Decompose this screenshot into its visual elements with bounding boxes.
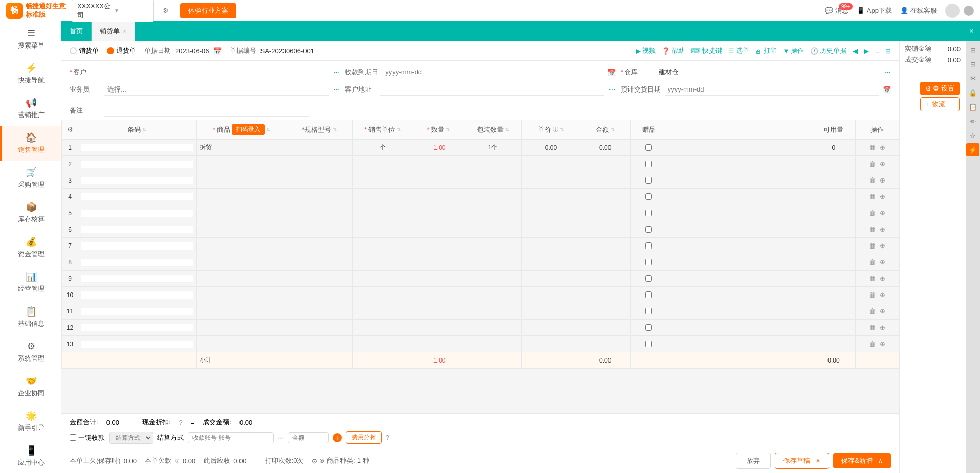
side-panel-2[interactable]: ⊟: [966, 57, 979, 71]
copy-row-button[interactable]: ⊕: [880, 226, 885, 233]
copy-row-button[interactable]: ⊕: [880, 193, 885, 200]
app-download-button[interactable]: 📱 App下载: [857, 6, 892, 15]
customer-dots-button[interactable]: ···: [333, 67, 340, 77]
copy-row-button[interactable]: ⊕: [880, 275, 885, 282]
barcode-input[interactable]: [81, 177, 193, 184]
next-record-button[interactable]: ▶: [864, 47, 869, 55]
save-new-button[interactable]: 保存&新增 ∧: [833, 453, 891, 468]
print-button[interactable]: 🖨 打印: [755, 46, 777, 55]
dots-account[interactable]: ···: [278, 434, 284, 441]
cell-gift[interactable]: [630, 238, 667, 254]
cell-barcode[interactable]: [78, 238, 197, 254]
cell-barcode[interactable]: [78, 140, 197, 156]
gift-checkbox[interactable]: [645, 144, 652, 151]
barcode-input[interactable]: [81, 275, 193, 282]
cell-barcode[interactable]: [78, 271, 197, 287]
copy-row-button[interactable]: ⊕: [880, 209, 885, 217]
discount-question-icon[interactable]: ?: [179, 419, 183, 426]
account-input[interactable]: [188, 432, 274, 443]
delete-row-button[interactable]: 🗑: [869, 242, 876, 250]
barcode-input[interactable]: [81, 242, 193, 250]
barcode-input[interactable]: [81, 291, 193, 299]
sidebar-item-basic[interactable]: 📋 基础信息: [0, 300, 61, 334]
abandon-button[interactable]: 放弃: [736, 453, 771, 469]
delete-row-button[interactable]: 🗑: [869, 275, 876, 282]
online-service-button[interactable]: 👤 在线客服: [900, 6, 937, 15]
barcode-input[interactable]: [81, 210, 193, 217]
copy-row-button[interactable]: ⊕: [880, 144, 885, 151]
gift-checkbox[interactable]: [645, 226, 652, 233]
calendar-icon[interactable]: 📅: [213, 47, 222, 55]
gift-checkbox[interactable]: [645, 259, 652, 265]
barcode-input[interactable]: [81, 161, 193, 168]
prev-record-button[interactable]: ◀: [853, 47, 858, 55]
list-view-button[interactable]: ≡: [875, 47, 879, 55]
sidebar-item-appstore[interactable]: 📱 应用中心: [0, 439, 61, 473]
cell-barcode[interactable]: [78, 320, 197, 336]
warehouse-dots-button[interactable]: ···: [884, 67, 891, 77]
delete-row-button[interactable]: 🗑: [869, 307, 876, 315]
cell-gift[interactable]: [630, 254, 667, 271]
copy-row-button[interactable]: ⊕: [880, 307, 885, 315]
tab-home[interactable]: 首页: [61, 21, 92, 41]
delete-row-button[interactable]: 🗑: [869, 324, 876, 331]
gift-checkbox[interactable]: [645, 291, 652, 298]
message-button[interactable]: 💬 消息 99+: [825, 6, 848, 15]
barcode-input[interactable]: [81, 341, 193, 348]
cell-gift[interactable]: [630, 271, 667, 287]
cell-gift[interactable]: [630, 303, 667, 320]
payment-method-select[interactable]: 结算方式: [109, 432, 153, 444]
delete-row-button[interactable]: 🗑: [869, 291, 876, 299]
payment-amount-input[interactable]: [288, 432, 329, 443]
copy-row-button[interactable]: ⊕: [880, 160, 885, 168]
scan-button[interactable]: 扫码录入: [232, 124, 265, 135]
sidebar-item-sales[interactable]: 🏠 销售管理: [0, 126, 61, 161]
select-bill-button[interactable]: ☰ 选单: [728, 46, 749, 55]
salesperson-input[interactable]: [104, 83, 329, 96]
company-selector[interactable]: XXXXXX公司 ▼: [72, 0, 154, 22]
add-payment-button[interactable]: +: [333, 433, 342, 442]
cell-barcode[interactable]: [78, 336, 197, 352]
operate-button[interactable]: ▼ 操作: [783, 46, 804, 55]
gift-checkbox[interactable]: [645, 242, 652, 249]
cell-gift[interactable]: [630, 221, 667, 238]
barcode-input[interactable]: [81, 144, 193, 151]
cell-barcode[interactable]: [78, 189, 197, 205]
sidebar-item-operations[interactable]: 📊 经营管理: [0, 265, 61, 300]
settings-button[interactable]: ⚙: [158, 3, 174, 19]
cell-barcode[interactable]: [78, 303, 197, 320]
calendar-delivery-icon[interactable]: 📅: [883, 86, 891, 94]
side-panel-lock[interactable]: 🔒: [966, 86, 979, 99]
th-settings[interactable]: ⚙: [62, 120, 78, 140]
try-industry-button[interactable]: 体验行业方案: [180, 3, 236, 18]
gift-checkbox[interactable]: [645, 161, 652, 167]
tab-sales-order[interactable]: 销货单 ×: [92, 21, 135, 41]
gift-checkbox[interactable]: [645, 324, 652, 331]
cell-barcode[interactable]: [78, 254, 197, 271]
tab-close-icon[interactable]: ×: [123, 28, 126, 35]
gift-checkbox[interactable]: [645, 308, 652, 314]
fee-question-icon[interactable]: ?: [386, 434, 389, 441]
help-button[interactable]: ❓ 帮助: [662, 46, 685, 55]
delete-row-button[interactable]: 🗑: [869, 144, 876, 151]
cell-gift[interactable]: [630, 189, 667, 205]
delete-row-button[interactable]: 🗑: [869, 340, 876, 348]
expected-delivery-input[interactable]: [665, 83, 879, 96]
side-panel-clipboard[interactable]: 📋: [966, 100, 979, 114]
cell-gift[interactable]: [630, 320, 667, 336]
delete-row-button[interactable]: 🗑: [869, 176, 876, 184]
page-close-button[interactable]: ×: [963, 27, 980, 36]
user-avatar-extra[interactable]: [964, 6, 974, 16]
one-click-pay-checkbox[interactable]: 一键收款: [70, 433, 105, 442]
warehouse-input[interactable]: [656, 66, 880, 78]
cell-barcode[interactable]: [78, 205, 197, 221]
user-avatar[interactable]: [945, 4, 960, 18]
sidebar-item-marketing[interactable]: 📢 营销推广: [0, 91, 61, 126]
cell-barcode[interactable]: [78, 221, 197, 238]
gift-checkbox[interactable]: [645, 177, 652, 184]
sidebar-item-cooperation[interactable]: 🤝 企业协同: [0, 369, 61, 404]
barcode-input[interactable]: [81, 193, 193, 200]
side-panel-star[interactable]: ☆: [966, 129, 979, 142]
cell-gift[interactable]: [630, 156, 667, 172]
sidebar-item-search[interactable]: ☰ 搜索菜单: [0, 21, 61, 56]
